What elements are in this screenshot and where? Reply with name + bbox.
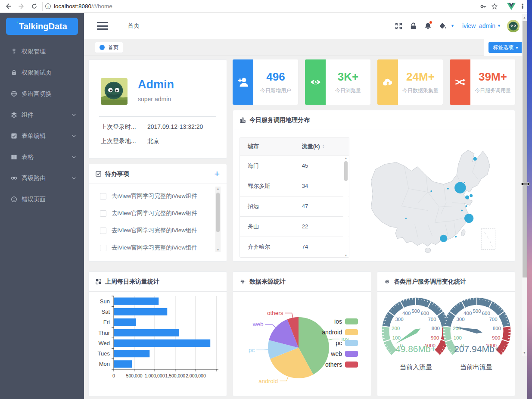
- desktop-wallpaper: [527, 0, 532, 399]
- city-traffic-table: 城市流量(k)▲▼海门45鄂尔多斯34招远47舟山22齐齐哈尔74 ▲ ▼: [240, 137, 349, 258]
- app-header: 首页 ▼ iview_admin: [84, 13, 527, 39]
- data-source-panel: 数据来源统计 iosandroidpcwebothersiosandroidpc…: [233, 271, 371, 396]
- checkbox-icon: [10, 132, 18, 140]
- bar-chart: SunSatFriThurWedTuesMon0500,0001,000,000…: [89, 292, 227, 394]
- theme-bucket-icon[interactable]: [435, 19, 450, 33]
- todo-scrollbar[interactable]: ▲ ▼: [215, 187, 221, 252]
- city-cell: 齐齐哈尔: [240, 237, 294, 257]
- menu-dots-icon[interactable]: •••: [518, 2, 527, 11]
- sidebar-item-2[interactable]: 多语言切换: [0, 83, 84, 104]
- sidebar-item-5[interactable]: 表格: [0, 147, 84, 168]
- sidebar-item-4[interactable]: 表单编辑: [0, 125, 84, 147]
- globe-icon: [10, 90, 18, 97]
- lock-icon[interactable]: [406, 19, 420, 33]
- sidebar-menu: 权限管理权限测试页多语言切换组件表单编辑表格高级路由错误页面: [0, 41, 84, 210]
- chevron-down-icon: ▼: [515, 46, 519, 50]
- stat-label: 今日浏览量: [335, 87, 361, 94]
- map-bubble: [461, 209, 463, 211]
- key-icon[interactable]: [479, 2, 488, 11]
- sidebar-item-3[interactable]: 组件: [0, 104, 84, 125]
- last-login-time-label: 上次登录时...: [101, 123, 147, 131]
- china-outline: [371, 150, 490, 246]
- stat-value: 496: [266, 70, 285, 84]
- hamburger-menu-icon[interactable]: [97, 22, 108, 30]
- traffic-cell: 47: [294, 196, 349, 216]
- pie-chart: iosandroidpcwebothersiosandroidpcwebothe…: [233, 292, 371, 395]
- last-login-place-value: 北京: [147, 137, 159, 145]
- table-header[interactable]: 流量(k)▲▼: [294, 137, 349, 156]
- avatar[interactable]: [507, 20, 520, 32]
- sidebar-item-7[interactable]: 错误页面: [0, 189, 84, 210]
- theme-caret-icon: ▼: [451, 24, 454, 28]
- bar-tick-label: 1,500,000: [165, 373, 185, 378]
- sidebar-item-1[interactable]: 权限测试页: [0, 62, 84, 83]
- scroll-thumb[interactable]: [344, 161, 348, 181]
- scroll-thumb[interactable]: [523, 21, 527, 277]
- todo-text: 去iView官网学习完整的iView组件: [112, 209, 197, 217]
- todo-checkbox[interactable]: [100, 228, 106, 234]
- tag-options-button[interactable]: 标签选项▼: [488, 42, 523, 53]
- scroll-up-icon[interactable]: ▲: [215, 187, 221, 190]
- scroll-down-icon[interactable]: ▼: [215, 249, 221, 251]
- todo-item: 去iView官网学习完整的iView组件: [89, 187, 227, 205]
- scroll-up-icon[interactable]: ▲: [343, 157, 348, 159]
- sidebar-item-label: 错误页面: [22, 196, 76, 203]
- add-todo-button[interactable]: +: [214, 170, 220, 178]
- stat-label: 今日数据采集量: [402, 87, 439, 94]
- scroll-down-icon[interactable]: ▼: [343, 254, 348, 257]
- todo-item: 去iView官网学习完整的iView组件: [89, 239, 227, 256]
- sidebar-item-0[interactable]: 权限管理: [0, 41, 84, 62]
- table-scrollbar[interactable]: ▲ ▼: [343, 156, 348, 258]
- screen: i localhost:8080/#/home ••• ‘ TalkingDat…: [0, 0, 532, 399]
- todo-item: 去iView官网学习完整的iView组件: [89, 205, 227, 222]
- gauge-tick-label: 200: [392, 326, 400, 331]
- traffic-cell: 74: [294, 237, 349, 257]
- pie-label-others: others: [267, 310, 283, 316]
- todo-checkbox[interactable]: [100, 193, 106, 200]
- user-dropdown[interactable]: iview_admin: [462, 22, 495, 29]
- map-bubble: [447, 188, 449, 190]
- todo-checkbox[interactable]: [100, 245, 106, 251]
- page-info-icon[interactable]: i: [45, 3, 51, 9]
- sidebar-item-6[interactable]: 高级路由: [0, 168, 84, 189]
- legend-swatch-android: [345, 329, 358, 335]
- scroll-thumb[interactable]: [216, 193, 220, 232]
- logo-text: TalkingData: [19, 22, 67, 31]
- todo-checkbox[interactable]: [100, 210, 106, 217]
- scroll-down-icon[interactable]: ▼: [522, 350, 527, 355]
- app-logo[interactable]: ‘ TalkingData: [6, 18, 78, 35]
- map-bubble: [405, 218, 407, 219]
- back-icon[interactable]: [3, 2, 13, 11]
- user-avatar: [101, 78, 128, 105]
- pie-label-pc: pc: [249, 347, 255, 353]
- weekly-visits-panel: 上周每日来访量统计 SunSatFriThurWedTuesMon0500,00…: [88, 271, 227, 396]
- sort-icon[interactable]: ▲▼: [322, 144, 325, 149]
- breadcrumb[interactable]: 首页: [128, 22, 140, 30]
- refresh-icon[interactable]: [29, 2, 39, 11]
- gauge-tick-label: 300: [395, 317, 403, 322]
- tag-options-area: 标签选项▼: [484, 39, 527, 56]
- gauge-value: 207.94Mb+: [454, 344, 500, 354]
- pie-label-web: web: [252, 321, 264, 327]
- panel-title: 待办事项: [105, 170, 129, 178]
- scroll-up-icon[interactable]: ▲: [522, 15, 527, 20]
- china-map[interactable]: [362, 135, 511, 257]
- bell-icon[interactable]: [420, 19, 435, 33]
- legend-label-pc: pc: [336, 340, 342, 346]
- star-icon[interactable]: [490, 2, 499, 11]
- pie-label-android: android: [258, 378, 278, 384]
- stat-card-1: 3K+今日浏览量: [305, 59, 370, 105]
- vue-devtools-icon[interactable]: [507, 2, 516, 11]
- omnibox-separator: [42, 2, 43, 11]
- panel-title: 上周每日来访量统计: [105, 278, 159, 286]
- infinity-icon: [10, 175, 18, 182]
- legend-swatch-ios: [345, 318, 358, 324]
- fullscreen-icon[interactable]: [391, 19, 406, 33]
- tag-home[interactable]: 首页: [95, 42, 123, 53]
- forward-icon[interactable]: [16, 2, 26, 11]
- last-login-place-label: 上次登录地...: [101, 137, 147, 145]
- chevron-down-icon: [72, 112, 76, 118]
- todo-text: 去iView官网学习完整的iView组件: [112, 227, 197, 234]
- chevron-down-icon: [72, 175, 76, 182]
- address-bar[interactable]: localhost:8080/#/home: [54, 3, 112, 9]
